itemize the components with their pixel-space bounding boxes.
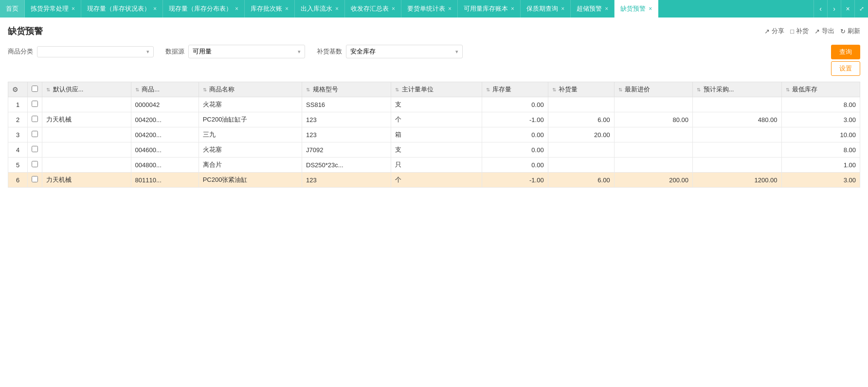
spec-sort-icon[interactable]: ⇅ (306, 87, 310, 92)
export-button[interactable]: ↗ 导出 (814, 27, 834, 35)
row-replenish-5: 6.00 (548, 173, 614, 188)
row-unit-1: 个 (391, 112, 482, 127)
th-stock: ⇅ 库存量 (482, 82, 548, 97)
tab-close-batch-account[interactable]: × (285, 6, 289, 12)
filter-groups: 商品分类 ▾ 数据源 可用量 ▾ 补货基数 安全库存 ▾ (8, 45, 831, 58)
tab-overstock[interactable]: 超储预警 × (571, 0, 615, 18)
row-checkbox-3[interactable] (32, 146, 38, 152)
row-goods-code-5: 801110... (131, 173, 199, 188)
header-actions: ↗ 分享 □ 补货 ↗ 导出 ↻ 刷新 (764, 27, 860, 35)
row-stock-3: 0.00 (482, 142, 548, 158)
row-goods-name-1: PC200油缸缸子 (199, 112, 302, 127)
row-goods-name-3: 火花塞 (199, 142, 302, 158)
tab-prev-button[interactable]: ‹ (814, 0, 827, 18)
table-row: 4 004600... 火花塞 J7092 支 0.00 8.00 (8, 142, 860, 158)
tab-close-collect-summary[interactable]: × (392, 6, 395, 12)
category-select[interactable]: ▾ (37, 46, 154, 57)
replenish-base-chevron-icon: ▾ (455, 49, 458, 55)
goods-code-sort-icon[interactable]: ⇅ (135, 87, 139, 92)
row-unit-3: 支 (391, 142, 482, 158)
tab-batch-account[interactable]: 库存批次账 × (245, 0, 295, 18)
tab-expiry-query[interactable]: 保质期查询 × (521, 0, 571, 18)
latest-price-sort-icon[interactable]: ⇅ (618, 87, 622, 92)
select-all-checkbox[interactable] (32, 86, 38, 92)
th-goods-code: ⇅ 商品... (131, 82, 199, 97)
row-unit-0: 支 (391, 97, 482, 112)
share-icon: ↗ (764, 28, 770, 35)
row-replenish-2: 20.00 (548, 127, 614, 142)
row-checkbox-cell-2 (28, 127, 42, 142)
row-stock-2: 0.00 (482, 127, 548, 142)
query-button[interactable]: 查询 (831, 45, 860, 59)
tab-close-order-stats[interactable]: × (448, 6, 452, 12)
replenish-sort-icon[interactable]: ⇅ (552, 87, 556, 92)
tab-collect-summary[interactable]: 收发存汇总表 × (345, 0, 401, 18)
replenish-button[interactable]: □ 补货 (790, 27, 809, 35)
row-goods-code-0: 0000042 (131, 97, 199, 112)
share-button[interactable]: ↗ 分享 (764, 27, 784, 35)
row-checkbox-4[interactable] (32, 161, 38, 167)
th-spec: ⇅ 规格型号 (302, 82, 391, 97)
row-checkbox-0[interactable] (32, 101, 38, 107)
row-goods-name-4: 离合片 (199, 158, 302, 173)
tab-home[interactable]: 首页 (0, 0, 25, 18)
tab-close-overstock[interactable]: × (605, 6, 608, 12)
tab-next-button[interactable]: › (827, 0, 841, 18)
row-est-purchase-4 (693, 158, 782, 173)
tab-inventory-status[interactable]: 现存量（库存状况表） × (81, 0, 163, 18)
tab-close-abnormal[interactable]: × (72, 6, 75, 12)
replenish-base-select[interactable]: 安全库存 ▾ (346, 45, 463, 58)
table-body: 1 0000042 火花塞 SS816 支 0.00 8.00 2 力天机械 0… (8, 97, 860, 188)
tab-expand-button[interactable]: ⤢ (854, 0, 868, 18)
row-checkbox-2[interactable] (32, 131, 38, 137)
row-replenish-3 (548, 142, 614, 158)
row-stock-5: -1.00 (482, 173, 548, 188)
row-checkbox-1[interactable] (32, 116, 38, 122)
tab-close-inventory-status[interactable]: × (153, 6, 157, 12)
row-latest-price-1: 80.00 (614, 112, 692, 127)
stock-sort-icon[interactable]: ⇅ (486, 87, 490, 92)
row-checkbox-cell-0 (28, 97, 42, 112)
tab-inventory-dist[interactable]: 现存量（库存分布表） × (163, 0, 245, 18)
tab-close-inout-flow[interactable]: × (335, 6, 339, 12)
row-latest-price-0 (614, 97, 692, 112)
tab-order-stats[interactable]: 要货单统计表 × (401, 0, 458, 18)
page-container: 缺货预警 ↗ 分享 □ 补货 ↗ 导出 ↻ 刷新 商品分类 (0, 18, 868, 387)
row-stock-1: -1.00 (482, 112, 548, 127)
th-min-stock: ⇅ 最低库存 (781, 82, 860, 97)
table-row: 3 004200... 三九 123 箱 0.00 20.00 10.00 (8, 127, 860, 142)
row-checkbox-cell-4 (28, 158, 42, 173)
table-settings-icon[interactable]: ⚙ (12, 86, 18, 93)
replenish-icon: □ (790, 28, 794, 35)
row-replenish-0 (548, 97, 614, 112)
row-supplier-2 (42, 127, 131, 142)
min-stock-sort-icon[interactable]: ⇅ (786, 87, 790, 92)
tab-shortage[interactable]: 缺货预警 × (615, 0, 658, 18)
refresh-button[interactable]: ↻ 刷新 (840, 27, 860, 35)
supplier-sort-icon[interactable]: ⇅ (46, 87, 50, 92)
row-min-stock-3: 8.00 (781, 142, 860, 158)
th-unit: ⇅ 主计量单位 (391, 82, 482, 97)
datasource-value: 可用量 (193, 47, 271, 56)
row-num-1: 2 (8, 112, 28, 127)
tab-close-all-button[interactable]: × (841, 0, 854, 18)
row-checkbox-5[interactable] (32, 176, 38, 182)
tab-close-expiry-query[interactable]: × (561, 6, 564, 12)
row-supplier-0 (42, 97, 131, 112)
tab-close-inventory-dist[interactable]: × (235, 6, 238, 12)
row-supplier-1: 力天机械 (42, 112, 131, 127)
row-spec-3: J7092 (302, 142, 391, 158)
tab-inout-flow[interactable]: 出入库流水 × (295, 0, 345, 18)
unit-sort-icon[interactable]: ⇅ (395, 87, 399, 92)
tab-close-shortage[interactable]: × (649, 6, 652, 12)
goods-name-sort-icon[interactable]: ⇅ (203, 87, 207, 92)
tab-abnormal[interactable]: 拣货异常处理 × (25, 0, 81, 18)
th-checkbox (28, 82, 42, 97)
tab-available-ledger[interactable]: 可用量库存账本 × (458, 0, 521, 18)
row-est-purchase-5: 1200.00 (693, 173, 782, 188)
row-supplier-3 (42, 142, 131, 158)
est-purchase-sort-icon[interactable]: ⇅ (697, 87, 701, 92)
settings-button[interactable]: 设置 (831, 61, 860, 76)
datasource-select[interactable]: 可用量 ▾ (188, 45, 305, 58)
tab-close-available-ledger[interactable]: × (511, 6, 514, 12)
